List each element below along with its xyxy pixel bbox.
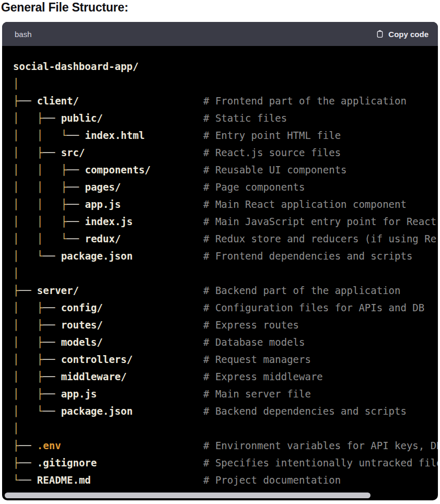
tree-dash-glyph: ─ [25,95,31,107]
tree-directory-name: pages/ [85,181,121,193]
tree-dash-glyph: ─ [25,285,31,296]
tree-row-name: │ [13,265,203,282]
tree-row: │ │ ├── app.js# Main React application c… [13,196,438,213]
tree-pipe-glyph: │ [13,216,19,227]
tree-row-comment: # Reusable UI components [203,161,347,179]
tree-row: ├── .env# Environment variables for API … [13,437,438,454]
tree-pipe-glyph: └ [37,250,43,262]
tree-row-comment: # Specifies intentionally untracked file [203,454,438,472]
tree-row-name: │ ├── app.js [13,385,203,403]
tree-row: │ │ ├── pages/# Page components [13,179,438,196]
tree-pipe-glyph: │ [13,405,19,417]
tree-pipe-glyph: ├ [61,198,67,210]
tree-pipe-glyph: │ [13,181,19,193]
tree-row-comment: # React.js source files [203,144,341,161]
tree-pipe-glyph: │ [37,181,43,193]
tree-row-comment: # Express middleware [203,368,323,385]
tree-dash-glyph: ─ [67,198,73,210]
tree-file-name: .env [37,440,61,451]
tree-pipe-glyph: ├ [61,216,67,227]
tree-file-name: package.json [61,405,133,417]
tree-pipe-glyph: │ [13,336,19,348]
tree-pipe-glyph: │ [13,354,19,365]
tree-row: │ [13,75,438,92]
tree-row-name: │ ├── routes/ [13,317,203,334]
tree-dash-glyph: ─ [67,233,73,244]
tree-directory-name: config/ [61,302,103,313]
tree-directory-name: routes/ [61,319,103,331]
tree-row-name: │ ├── middleware/ [13,368,203,385]
tree-row: ├── client/# Frontend part of the applic… [13,92,438,110]
page-title: General File Structure: [0,0,440,15]
tree-pipe-glyph: ├ [37,371,43,382]
tree-row-name: │ │ ├── pages/ [13,179,203,196]
tree-row-name: │ │ ├── app.js [13,196,203,213]
tree-row: │ │ ├── components/# Reusable UI compone… [13,161,438,179]
tree-dash-glyph: ─ [25,440,31,451]
file-tree-code: social-dashboard-app/│├── client/# Front… [2,46,438,500]
tree-dash-glyph: ─ [43,388,49,400]
tree-pipe-glyph: ├ [37,112,43,124]
tree-directory-name: controllers/ [61,354,133,365]
tree-row: │ │ ├── index.js# Main JavaScript entry … [13,213,438,230]
tree-pipe-glyph: ├ [13,457,19,468]
tree-dash-glyph: ─ [73,164,79,175]
tree-dash-glyph: ─ [25,457,31,468]
tree-pipe-glyph: ├ [37,147,43,158]
tree-row-name: │ └── package.json [13,403,203,420]
tree-file-name: package.json [61,250,133,262]
tree-dash-glyph: ─ [73,198,79,210]
tree-row-comment: # Static files [203,110,287,127]
tree-row-comment: # Backend part of the application [203,282,401,299]
tree-pipe-glyph: │ [13,147,19,158]
tree-row: └── README.md# Project documentation [13,472,438,489]
tree-row-comment: # Frontend part of the application [203,92,407,110]
tree-file-name: README.md [37,474,91,486]
tree-row: │ ├── controllers/# Request managers [13,351,438,368]
tree-pipe-glyph: │ [13,112,19,124]
tree-row-name: │ ├── src/ [13,144,203,161]
tree-dash-glyph: ─ [73,130,79,141]
horizontal-scrollbar-thumb[interactable] [5,493,370,498]
tree-row: ├── .gitignore# Specifies intentionally … [13,454,438,472]
tree-dash-glyph: ─ [67,181,73,193]
tree-dash-glyph: ─ [73,216,79,227]
tree-dash-glyph: ─ [43,405,49,417]
tree-dash-glyph: ─ [19,95,25,107]
tree-row: │ ├── config/# Configuration files for A… [13,299,438,317]
clipboard-icon [376,30,384,38]
tree-dash-glyph: ─ [19,440,25,451]
tree-row-comment: # Frontend dependencies and scripts [203,248,412,265]
tree-pipe-glyph: ├ [61,164,67,175]
tree-row-name: ├── server/ [13,282,203,299]
tree-dash-glyph: ─ [49,250,55,262]
tree-pipe-glyph: │ [13,371,19,382]
copy-code-button[interactable]: Copy code [376,30,429,39]
tree-pipe-glyph: │ [13,388,19,400]
tree-row: social-dashboard-app/ [13,58,438,75]
tree-directory-name: src/ [61,147,85,158]
tree-dash-glyph: ─ [67,164,73,175]
tree-pipe-glyph: ├ [13,285,19,296]
tree-directory-name: models/ [61,336,103,348]
code-block: bash Copy code social-dashboard-app/│├──… [2,22,438,500]
tree-dash-glyph: ─ [43,302,49,313]
tree-dash-glyph: ─ [49,371,55,382]
tree-file-name: app.js [61,388,97,400]
tree-directory-name: middleware/ [61,371,127,382]
tree-dash-glyph: ─ [43,250,49,262]
tree-row: │ ├── public/# Static files [13,110,438,127]
tree-dash-glyph: ─ [49,302,55,313]
tree-row: │ ├── app.js# Main server file [13,385,438,403]
tree-file-name: index.js [85,216,133,227]
tree-dash-glyph: ─ [73,233,79,244]
tree-row-name: │ [13,420,203,437]
tree-row-name: │ └── package.json [13,248,203,265]
tree-dash-glyph: ─ [49,147,55,158]
tree-dash-glyph: ─ [43,112,49,124]
tree-directory-name: social-dashboard-app/ [13,61,138,72]
tree-row-name: │ │ └── index.html [13,127,203,144]
tree-row: │ [13,420,438,437]
tree-row-name: │ ├── config/ [13,299,203,317]
tree-row: │ │ └── index.html# Entry point HTML fil… [13,127,438,144]
